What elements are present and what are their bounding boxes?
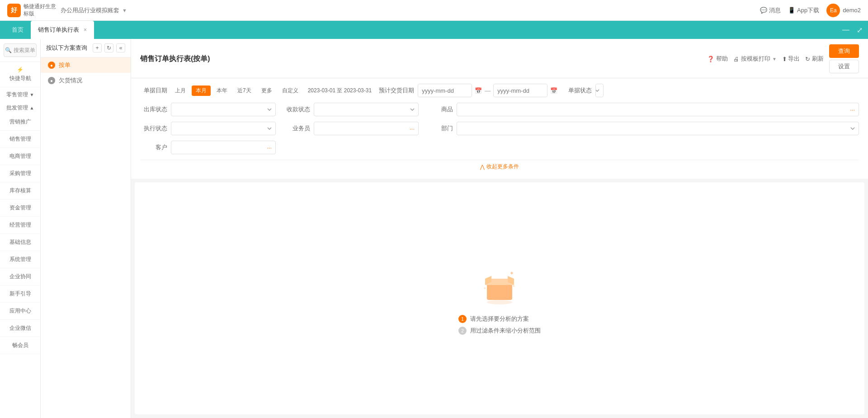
logo-area: 好 畅捷通好生意 标版 bbox=[7, 3, 56, 17]
date-tab-this-month[interactable]: 本月 bbox=[192, 86, 211, 96]
filter-item-goods: 商品 ··· bbox=[426, 103, 859, 116]
predicted-date-start-input[interactable] bbox=[418, 84, 472, 97]
retail-arrow-icon: ▼ bbox=[30, 92, 34, 97]
date-tab-7days[interactable]: 近7天 bbox=[233, 86, 255, 96]
date-tab-custom[interactable]: 自定义 bbox=[278, 86, 302, 96]
sidebar-item-guide[interactable]: 新手引导 bbox=[0, 285, 40, 303]
left-panel-title: 按以下方案查询 bbox=[46, 44, 87, 52]
sidebar-item-purchase[interactable]: 采购管理 bbox=[0, 165, 40, 182]
doc-status-select-wrapper bbox=[595, 84, 859, 97]
filter-area: 单据日期 上月 本月 本年 近7天 更多 自定义 2023-03-01 至 20… bbox=[131, 78, 868, 179]
tab-minimize-button[interactable]: — bbox=[840, 24, 851, 36]
empty-state: ✦ ✦ ✦ 1 请先选择要分析的方案 2 用过滤条件来缩小分析范围 bbox=[458, 262, 541, 335]
sidebar-item-ecommerce[interactable]: 电商管理 bbox=[0, 148, 40, 165]
filter-row-3: 执行状态 业务员 ··· 部门 bbox=[140, 122, 859, 135]
empty-step-1-text: 请先选择要分析的方案 bbox=[470, 315, 529, 323]
solution-item-by-order[interactable]: ● 按单 bbox=[41, 57, 131, 73]
tab-expand-button[interactable]: ⤢ bbox=[855, 24, 864, 36]
sidebar-item-inventory[interactable]: 库存核算 bbox=[0, 182, 40, 200]
solution-dot-gray: ● bbox=[48, 77, 55, 84]
app-download-action[interactable]: 📱 App下载 bbox=[788, 6, 819, 14]
help-button[interactable]: ❓ 帮助 bbox=[707, 55, 728, 63]
goods-more-icon[interactable]: ··· bbox=[850, 106, 855, 113]
collapse-bar[interactable]: ⋀ 收起更多条件 bbox=[140, 160, 859, 173]
svg-text:✦: ✦ bbox=[509, 270, 514, 276]
solution-item-shortage[interactable]: ● 欠货情况 bbox=[41, 73, 131, 88]
calendar-end-icon[interactable]: 📅 bbox=[550, 87, 557, 94]
date-tab-more[interactable]: 更多 bbox=[257, 86, 276, 96]
filter-item-date: 单据日期 上月 本月 本年 近7天 更多 自定义 2023-03-01 至 20… bbox=[140, 86, 372, 96]
salesperson-input[interactable] bbox=[318, 125, 410, 132]
sidebar-search-area: 🔍 搜索菜单 bbox=[0, 39, 40, 62]
sidebar-item-wechat[interactable]: 企业微信 bbox=[0, 320, 40, 337]
calendar-start-icon[interactable]: 📅 bbox=[475, 87, 482, 94]
avatar: Ea bbox=[826, 4, 840, 17]
date-tab-this-year[interactable]: 本年 bbox=[212, 86, 231, 96]
setup-button[interactable]: 设置 bbox=[829, 60, 859, 73]
sidebar-item-marketing[interactable]: 营销推广 bbox=[0, 114, 40, 131]
print-icon: 🖨 bbox=[733, 56, 739, 62]
page-header-top: 销售订单执行表(按单) ❓ 帮助 🖨 按模板打印 ▼ ⬆ bbox=[140, 44, 859, 78]
page-header-actions: ❓ 帮助 🖨 按模板打印 ▼ ⬆ 导出 ↻ bbox=[707, 44, 859, 73]
add-solution-button[interactable]: + bbox=[93, 43, 102, 52]
search-icon: 🔍 bbox=[5, 47, 12, 53]
refresh-solution-button[interactable]: ↻ bbox=[104, 43, 113, 52]
query-button[interactable]: 查询 bbox=[829, 44, 859, 58]
sidebar-item-finance[interactable]: 资金管理 bbox=[0, 200, 40, 217]
collapse-up-icon: ⋀ bbox=[480, 164, 485, 170]
message-action[interactable]: 💬 消息 bbox=[760, 6, 781, 14]
customer-input[interactable] bbox=[175, 144, 267, 151]
solution-dot-active: ● bbox=[48, 62, 55, 69]
print-dropdown-icon[interactable]: ▼ bbox=[772, 57, 777, 62]
empty-step-1: 1 请先选择要分析的方案 bbox=[458, 315, 541, 323]
sidebar-item-retail[interactable]: 零售管理 ▼ bbox=[0, 87, 40, 100]
salesperson-more-icon[interactable]: ··· bbox=[410, 125, 415, 132]
sidebar-item-basic[interactable]: 基础信息 bbox=[0, 234, 40, 251]
search-menu-button[interactable]: 🔍 搜索菜单 bbox=[4, 43, 37, 57]
print-button[interactable]: 🖨 按模板打印 ▼ bbox=[733, 55, 777, 63]
customer-more-icon[interactable]: ··· bbox=[267, 144, 272, 151]
payment-status-select[interactable] bbox=[314, 103, 419, 116]
sidebar-item-sales[interactable]: 销售管理 bbox=[0, 131, 40, 148]
date-range-text: 2023-03-01 至 2023-03-31 bbox=[308, 87, 372, 95]
sidebar-item-enterprise[interactable]: 企业协同 bbox=[0, 268, 40, 285]
payment-label: 收款状态 bbox=[283, 105, 310, 114]
sidebar-item-appcenter[interactable]: 应用中心 bbox=[0, 303, 40, 320]
filter-item-predicted-date: 预计交货日期 📅 — 📅 bbox=[379, 84, 557, 97]
predicted-date-end-input[interactable] bbox=[493, 84, 547, 97]
sidebar-item-system[interactable]: 系统管理 bbox=[0, 251, 40, 268]
filter-item-salesperson: 业务员 ··· bbox=[283, 122, 419, 135]
filter-item-customer: 客户 ··· bbox=[140, 141, 276, 154]
right-panel: 销售订单执行表(按单) ❓ 帮助 🖨 按模板打印 ▼ ⬆ bbox=[131, 39, 868, 418]
filter-row-2: 出库状态 收款状态 商品 bbox=[140, 103, 859, 116]
user-area[interactable]: Ea demo2 bbox=[826, 4, 861, 17]
filter-item-payment: 收款状态 bbox=[283, 103, 419, 116]
sidebar-item-operations[interactable]: 经营管理 bbox=[0, 217, 40, 234]
doc-status-select[interactable] bbox=[595, 84, 604, 97]
date-tab-last-month[interactable]: 上月 bbox=[171, 86, 190, 96]
tab-active[interactable]: 销售订单执行表 × bbox=[31, 21, 94, 39]
sidebar-item-wholesale[interactable]: 批发管理 ▲ bbox=[0, 100, 40, 114]
user-name: demo2 bbox=[843, 7, 861, 14]
svg-text:✦: ✦ bbox=[483, 286, 486, 290]
step-num-2: 2 bbox=[458, 327, 467, 335]
logo-text: 畅捷通好生意 标版 bbox=[24, 3, 56, 17]
sidebar-item-member[interactable]: 畅会员 bbox=[0, 337, 40, 354]
goods-input[interactable] bbox=[461, 106, 850, 113]
refresh-icon: ↻ bbox=[805, 56, 810, 62]
breadcrumb-arrow-icon[interactable]: ▼ bbox=[122, 8, 127, 13]
outbound-status-select[interactable] bbox=[171, 103, 276, 116]
collapse-panel-button[interactable]: « bbox=[116, 43, 125, 52]
filter-row-1: 单据日期 上月 本月 本年 近7天 更多 自定义 2023-03-01 至 20… bbox=[140, 84, 859, 97]
exec-status-select[interactable] bbox=[171, 122, 276, 135]
customer-input-wrapper[interactable]: ··· bbox=[171, 141, 276, 154]
tab-home[interactable]: 首页 bbox=[5, 21, 31, 39]
department-select[interactable] bbox=[457, 122, 859, 135]
goods-input-wrapper[interactable]: ··· bbox=[457, 103, 859, 116]
sidebar-item-quick-nav[interactable]: ⚡ 快捷导航 bbox=[0, 62, 40, 87]
refresh-button[interactable]: ↻ 刷新 bbox=[805, 55, 824, 63]
salesperson-input-wrapper[interactable]: ··· bbox=[314, 122, 419, 135]
export-button[interactable]: ⬆ 导出 bbox=[782, 55, 800, 63]
filter-row-4: 客户 ··· bbox=[140, 141, 859, 154]
tab-close-icon[interactable]: × bbox=[84, 27, 87, 33]
